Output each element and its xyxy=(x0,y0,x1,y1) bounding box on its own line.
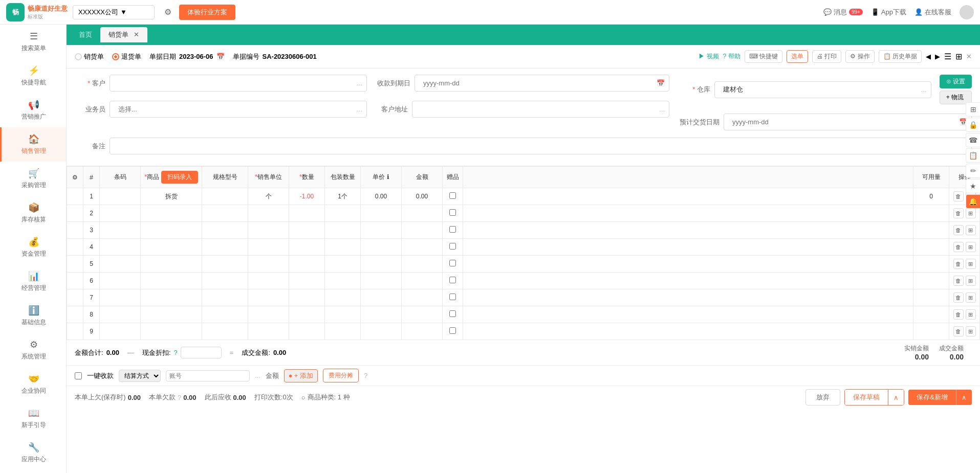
sidebar-item-purchase[interactable]: 🛒 采购管理 xyxy=(0,162,66,196)
sidebar-item-guide[interactable]: 📖 新手引导 xyxy=(0,401,66,436)
row-gift[interactable] xyxy=(443,289,463,306)
radio-sales-order[interactable]: 销货单 xyxy=(75,52,104,61)
float-lock-btn[interactable]: 🔒 xyxy=(966,118,980,132)
messages-item[interactable]: 💬 消息 99+ xyxy=(823,8,863,17)
row-barcode[interactable] xyxy=(100,273,141,289)
float-edit-btn[interactable]: ✏ xyxy=(966,164,980,178)
row-spec[interactable] xyxy=(202,256,248,273)
row-price[interactable] xyxy=(361,306,402,323)
float-notification-btn[interactable]: 🔔 xyxy=(966,194,980,209)
row-barcode[interactable] xyxy=(100,205,141,222)
row-product[interactable] xyxy=(141,306,202,323)
view-grid-icon[interactable]: ⊞ xyxy=(955,52,962,61)
row-remark[interactable] xyxy=(463,222,913,239)
row-delete-icon[interactable]: 🗑 xyxy=(953,276,964,286)
row-qty[interactable] xyxy=(289,323,325,340)
shortcut-btn[interactable]: ⌨ 快捷键 xyxy=(745,50,782,63)
row-delete-icon[interactable]: 🗑 xyxy=(953,225,964,235)
float-star-btn[interactable]: ★ xyxy=(966,179,980,193)
experience-button[interactable]: 体验行业方案 xyxy=(179,5,235,20)
select-order-btn[interactable]: 选单 xyxy=(787,50,808,63)
sidebar-item-wechat[interactable]: 💬 企业微信 xyxy=(0,470,66,473)
customer-input[interactable] xyxy=(114,77,357,89)
history-btn[interactable]: 📋 历史单据 xyxy=(879,50,922,63)
receive-date-calendar[interactable]: 📅 xyxy=(657,79,665,87)
sidebar-item-operations[interactable]: 📊 经营管理 xyxy=(0,264,66,299)
row-qty[interactable] xyxy=(289,273,325,289)
company-selector[interactable]: XXXXXX公司 ▼ xyxy=(73,5,155,19)
sidebar-item-apps[interactable]: 🔧 应用中心 xyxy=(0,436,66,470)
row-gift[interactable] xyxy=(443,306,463,323)
row-price[interactable] xyxy=(361,205,402,222)
row-delete-icon[interactable]: 🗑 xyxy=(953,191,964,201)
help-link[interactable]: ? 帮助 xyxy=(723,52,741,61)
row-copy-icon[interactable]: ⊞ xyxy=(966,276,976,286)
row-remark[interactable] xyxy=(463,289,913,306)
tab-close-icon[interactable]: ✕ xyxy=(134,31,139,38)
calendar-icon[interactable]: 📅 xyxy=(216,53,225,60)
row-qty[interactable] xyxy=(289,222,325,239)
online-service-item[interactable]: 👤 在线客服 xyxy=(914,8,951,17)
discount-input[interactable] xyxy=(181,347,222,358)
settings-button[interactable]: ⚙ xyxy=(161,5,175,19)
save-draft-button[interactable]: 保存草稿 xyxy=(845,390,888,405)
sidebar-item-system[interactable]: ⚙ 系统管理 xyxy=(0,333,66,367)
col-settings-header[interactable]: ⚙ xyxy=(67,167,83,188)
row-product[interactable] xyxy=(141,256,202,273)
float-phone-btn[interactable]: ☎ xyxy=(966,133,980,147)
sidebar-item-sales[interactable]: 🏠 销售管理 xyxy=(0,127,66,162)
row-copy-icon[interactable]: ⊞ xyxy=(966,242,976,252)
tab-home[interactable]: 首页 xyxy=(71,27,100,42)
row-product[interactable] xyxy=(141,289,202,306)
row-product[interactable] xyxy=(141,239,202,256)
row-gift[interactable] xyxy=(443,205,463,222)
save-new-button[interactable]: 保存&新增 xyxy=(908,390,956,405)
row-product[interactable] xyxy=(141,205,202,222)
row-price[interactable] xyxy=(361,323,402,340)
row-qty[interactable] xyxy=(289,306,325,323)
row-remark[interactable] xyxy=(463,273,913,289)
settings-side-btn[interactable]: ⊙ 设置 xyxy=(940,75,972,88)
one-click-checkbox[interactable] xyxy=(75,372,82,379)
save-draft-arrow-button[interactable]: ∧ xyxy=(888,390,904,405)
row-spec[interactable] xyxy=(202,273,248,289)
sidebar-item-finance[interactable]: 💰 资金管理 xyxy=(0,230,66,264)
row-barcode[interactable] xyxy=(100,289,141,306)
row-price[interactable] xyxy=(361,239,402,256)
row-delete-icon[interactable]: 🗑 xyxy=(953,242,964,252)
row-gift[interactable] xyxy=(443,256,463,273)
user-avatar[interactable] xyxy=(960,5,974,19)
row-product[interactable] xyxy=(141,222,202,239)
row-barcode[interactable] xyxy=(100,323,141,340)
view-list-icon[interactable]: ☰ xyxy=(944,52,951,61)
sidebar-item-collab[interactable]: 🤝 企业协同 xyxy=(0,367,66,401)
receive-date-input[interactable] xyxy=(419,77,657,89)
app-download-item[interactable]: 📱 App下载 xyxy=(871,8,906,17)
remarks-input[interactable] xyxy=(114,140,967,152)
row-qty[interactable] xyxy=(289,289,325,306)
row-spec[interactable] xyxy=(202,205,248,222)
row-qty[interactable] xyxy=(289,239,325,256)
row-price[interactable] xyxy=(361,256,402,273)
row-spec[interactable] xyxy=(202,188,248,205)
sidebar-item-marketing[interactable]: 📢 营销推广 xyxy=(0,93,66,127)
row-qty[interactable]: -1.00 xyxy=(289,188,325,205)
row-remark[interactable] xyxy=(463,306,913,323)
row-price[interactable] xyxy=(361,222,402,239)
row-price[interactable]: 0.00 xyxy=(361,188,402,205)
row-copy-icon[interactable]: ⊞ xyxy=(966,292,976,303)
row-product[interactable] xyxy=(141,273,202,289)
warehouse-input[interactable] xyxy=(719,84,921,96)
video-link[interactable]: ▶ 视频 xyxy=(699,52,718,61)
row-remark[interactable] xyxy=(463,323,913,340)
row-price[interactable] xyxy=(361,273,402,289)
sidebar-item-basics[interactable]: ℹ️ 基础信息 xyxy=(0,299,66,333)
discard-button[interactable]: 放弃 xyxy=(805,389,840,406)
row-qty[interactable] xyxy=(289,205,325,222)
account-dots[interactable]: ... xyxy=(255,372,260,379)
row-barcode[interactable] xyxy=(100,222,141,239)
delivery-date-input[interactable] xyxy=(728,116,959,128)
row-copy-icon[interactable]: ⊞ xyxy=(966,208,976,218)
close-icon[interactable]: ✕ xyxy=(966,53,972,60)
row-delete-icon[interactable]: 🗑 xyxy=(953,292,964,303)
